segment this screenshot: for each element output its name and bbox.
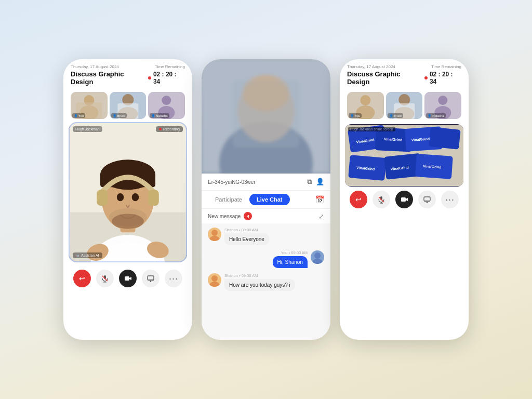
svg-point-9 [162, 96, 171, 105]
svg-point-90 [427, 202, 428, 203]
right-label-you: 👤 You [349, 113, 362, 118]
participant-thumb-natasha[interactable]: 👤 Natasha [148, 92, 185, 119]
tab-participate[interactable]: Participate [208, 194, 249, 205]
room-id: Er-345-yuiNG-03wer [208, 179, 256, 185]
msg-meta-3: Shanon • 09:00 AM [224, 273, 295, 278]
phone-center: Er-345-yuiNG-03wer ⧉ 👤 Participate Live … [202, 59, 330, 340]
left-title: Discuss Graphic Design [71, 70, 148, 86]
msg-bubble-3: How are you today guys? i [224, 279, 295, 291]
person-icon: 👤 [151, 114, 155, 117]
phone-right: Thursday, 17 August 2024 Time Remaining … [340, 59, 469, 340]
msg-content-1: Shanon • 09:00 AM Hello Everyone [224, 228, 269, 245]
mic-button[interactable] [96, 270, 114, 287]
left-timer: 02 : 20 : 34 [148, 71, 185, 85]
msg-meta-2: You • 09:00 AM [281, 250, 308, 255]
chat-tabs: Participate Live Chat 📅 [202, 191, 330, 209]
chat-video-top [202, 59, 330, 174]
right-label-bruce: 👤 Bruce [388, 113, 404, 118]
right-more-button[interactable]: ··· [441, 191, 459, 208]
right-video-button[interactable] [395, 191, 413, 208]
svg-point-22 [112, 214, 144, 229]
share-screen-label: Hugh Jackman share screen [348, 127, 395, 131]
msg-bubble-1: Hello Everyone [224, 233, 269, 245]
right-participant-thumb-natasha[interactable]: 👤 Natasha [424, 92, 461, 119]
svg-rect-24 [148, 190, 159, 206]
right-participant-thumb-bruce[interactable]: 👤 Bruce [386, 92, 423, 119]
avatar-shanon-1 [208, 228, 221, 241]
right-split-video: Hugh Jackman Recording 🤖 Assistan AI [345, 122, 463, 187]
svg-point-43 [314, 252, 321, 259]
chat-header: Er-345-yuiNG-03wer ⧉ 👤 [202, 174, 330, 191]
avatar-shanon-3 [208, 273, 221, 287]
left-ai-label: 🤖 Assistan AI [73, 252, 102, 258]
right-participant-thumb-you[interactable]: 👤 You [347, 92, 384, 119]
left-video-content [69, 122, 187, 262]
participant-thumb-you[interactable]: 👤 You [71, 92, 108, 119]
label-bruce: 👤 Bruce [111, 113, 127, 118]
svg-point-49 [360, 95, 370, 105]
new-message-label: New message [208, 214, 241, 219]
video-button[interactable] [119, 270, 137, 287]
msg-content-3: Shanon • 09:00 AM How are you today guys… [224, 273, 295, 291]
right-timer: 02 : 20 : 34 [424, 71, 461, 85]
left-time-label: Time Remaining [155, 64, 185, 69]
more-button[interactable]: ··· [165, 270, 182, 287]
right-cast-button[interactable] [418, 191, 436, 208]
left-participants-row: 👤 You 👤 Bruce [63, 89, 192, 122]
right-label-natasha: 👤 Natasha [426, 113, 445, 118]
cast-button[interactable] [142, 270, 159, 287]
left-controls: ↩ [63, 265, 192, 294]
person-icon: 👤 [428, 114, 431, 117]
svg-point-46 [211, 275, 218, 282]
svg-rect-38 [233, 80, 299, 148]
svg-rect-23 [97, 190, 108, 206]
right-mic-button[interactable] [373, 191, 390, 208]
right-screen-share: VinalGrind VinalGrind VinalGrind VinalGr… [345, 124, 463, 187]
svg-point-19 [117, 193, 124, 201]
message-row-2: You • 09:00 AM Hi, Shanon [208, 250, 324, 268]
message-row-1: Shanon • 09:00 AM Hello Everyone [208, 228, 324, 245]
svg-rect-89 [424, 197, 430, 201]
user-icon[interactable]: 👤 [316, 178, 324, 186]
right-controls: ↩ [340, 187, 469, 215]
left-speaker-badge: Hugh Jackman [73, 126, 102, 132]
msg-content-2: You • 09:00 AM Hi, Shanon [273, 250, 308, 268]
avatar-you [311, 250, 324, 264]
msg-meta-1: Shanon • 09:00 AM [224, 228, 269, 232]
copy-icon[interactable]: ⧉ [307, 178, 312, 186]
right-hangup-button[interactable]: ↩ [350, 191, 367, 208]
right-header: Thursday, 17 August 2024 Time Remaining … [340, 59, 469, 89]
right-title: Discuss Graphic Design [347, 70, 424, 86]
left-header: Thursday, 17 August 2024 Time Remaining … [63, 59, 192, 89]
svg-rect-74 [429, 127, 461, 150]
msg-bubble-2: Hi, Shanon [273, 256, 308, 268]
timer-dot [148, 76, 151, 79]
person-icon: 👤 [113, 114, 116, 117]
chat-messages: Shanon • 09:00 AM Hello Everyone [202, 223, 330, 340]
label-you: 👤 You [72, 113, 85, 118]
phones-container: Thursday, 17 August 2024 Time Remaining … [63, 59, 469, 340]
tab-livechat[interactable]: Live Chat [249, 194, 290, 205]
left-main-video: Hugh Jackman Recording 🤖 Assistan AI [69, 122, 187, 262]
calendar-icon[interactable]: 📅 [315, 195, 324, 204]
hangup-button[interactable]: ↩ [73, 270, 91, 287]
message-count-badge: 4 [244, 212, 252, 220]
chat-header-icons: ⧉ 👤 [307, 178, 324, 186]
expand-icon[interactable]: ⤢ [318, 212, 324, 220]
rec-dot [159, 128, 162, 130]
phone-left: Thursday, 17 August 2024 Time Remaining … [63, 59, 192, 340]
svg-rect-88 [401, 197, 406, 202]
right-time-label: Time Remaining [431, 64, 461, 69]
person-icon: 👤 [389, 114, 393, 117]
left-date: Thursday, 17 August 2024 [71, 64, 119, 69]
message-row-3: Shanon • 09:00 AM How are you today guys… [208, 273, 324, 291]
right-participants-row: 👤 You 👤 Bruce [340, 89, 469, 122]
svg-rect-32 [148, 276, 154, 280]
right-timer-dot [424, 76, 428, 79]
svg-point-56 [438, 96, 448, 105]
chat-panel: Er-345-yuiNG-03wer ⧉ 👤 Participate Live … [202, 59, 330, 340]
participant-thumb-bruce[interactable]: 👤 Bruce [110, 92, 147, 119]
left-recording-badge: Recording [156, 126, 183, 132]
right-date: Thursday, 17 August 2024 [347, 64, 395, 69]
svg-rect-31 [125, 276, 129, 281]
